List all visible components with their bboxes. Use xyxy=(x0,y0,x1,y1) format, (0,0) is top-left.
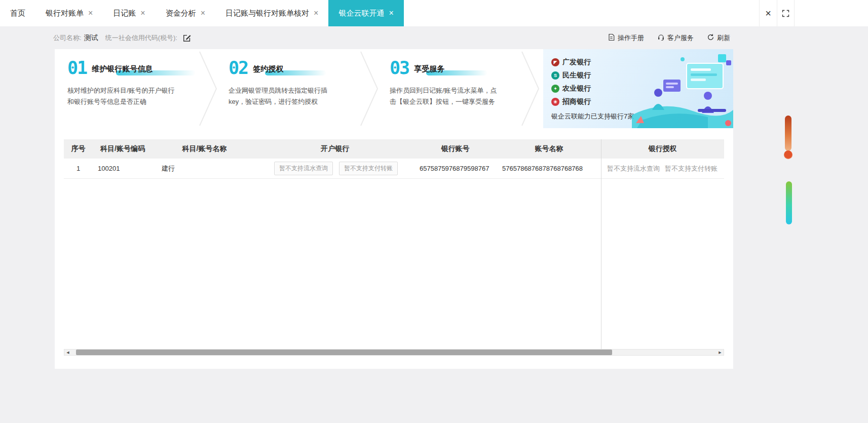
merchants-bank-icon: ❀ xyxy=(551,98,559,106)
accounts-table: 序号 科目/账号编码 科目/账号名称 开户银行 银行账号 账号名称 银行授权 1… xyxy=(64,139,724,356)
minsheng-bank-icon: S xyxy=(551,71,559,80)
scrollbar-track[interactable] xyxy=(71,350,716,355)
customer-service-button[interactable]: 客户服务 xyxy=(657,33,694,43)
step-3-description: 操作员回到日记账/账号流水菜单，点击【银企云联】按钮，一键享受服务 xyxy=(390,85,498,107)
tab-bank-statement[interactable]: 银行对账单 × xyxy=(35,0,103,26)
manual-icon xyxy=(608,33,615,43)
company-name-value: 测试 xyxy=(84,33,98,43)
column-header-bank-account: 银行账号 xyxy=(413,139,497,159)
main-panel: 01 维护银行账号信息 核对维护的对应科目/账号的开户银行和银行账号等信息是否正… xyxy=(55,49,733,369)
scroll-left-icon[interactable]: ◀ xyxy=(64,350,71,355)
tab-home[interactable]: 首页 xyxy=(0,0,35,26)
horizontal-scrollbar[interactable]: ◀ ▶ xyxy=(64,349,724,356)
cell-account-code: 100201 xyxy=(93,165,153,172)
tab-journal[interactable]: 日记账 × xyxy=(103,0,155,26)
tab-bank-cloud-link[interactable]: 银企云联开通 × xyxy=(328,0,403,26)
company-name-label: 公司名称: xyxy=(53,33,82,43)
step-separator-chevron xyxy=(521,49,540,128)
manual-label: 操作手册 xyxy=(618,33,644,43)
company-info: 公司名称: 测试 统一社会信用代码(税号): xyxy=(53,33,192,43)
sub-header: 公司名称: 测试 统一社会信用代码(税号): 操作手册 xyxy=(0,26,868,49)
refresh-icon xyxy=(707,33,714,43)
tab-label: 日记账 xyxy=(113,9,136,18)
table-empty-area xyxy=(64,179,724,349)
cell-bank-account: 6575875976879598767 xyxy=(413,165,497,172)
customer-service-label: 客户服务 xyxy=(667,33,694,43)
cell-bank-account-name: 5765786876878768768768 xyxy=(497,165,601,172)
tab-bar: 首页 银行对账单 × 日记账 × 资金分析 × 日记账与银行对账单核对 × 银企… xyxy=(0,0,868,26)
teamwork-illustration xyxy=(632,49,733,128)
step-separator-chevron xyxy=(360,49,379,128)
tab-label: 资金分析 xyxy=(166,9,196,18)
refresh-button[interactable]: 刷新 xyxy=(707,33,730,43)
bank-name: 农业银行 xyxy=(562,84,591,93)
step-1: 01 维护银行账号信息 核对维护的对应科目/账号的开户银行和银行账号等信息是否正… xyxy=(67,49,176,128)
step-1-description: 核对维护的对应科目/账号的开户银行和银行账号等信息是否正确 xyxy=(67,85,176,107)
close-all-icon[interactable]: × xyxy=(759,0,777,26)
step-2-number: 02 xyxy=(229,59,248,77)
step-3-number: 03 xyxy=(390,59,409,77)
column-header-bank-account-name: 账号名称 xyxy=(497,139,601,159)
auth-flow-query-text: 暂不支持流水查询 xyxy=(607,164,660,173)
tab-controls: × xyxy=(759,0,795,26)
column-header-account-code: 科目/账号编码 xyxy=(93,139,153,159)
manual-button[interactable]: 操作手册 xyxy=(608,33,644,43)
tab-close-icon[interactable]: × xyxy=(314,9,318,17)
fullscreen-icon[interactable] xyxy=(777,0,795,26)
tab-close-icon[interactable]: × xyxy=(140,9,145,17)
thermometer-indicator-green xyxy=(786,181,792,224)
headset-icon xyxy=(657,33,665,43)
guangfa-bank-icon: ◤ xyxy=(551,58,559,66)
column-header-bank-authorization: 银行授权 xyxy=(601,139,724,159)
tab-close-icon[interactable]: × xyxy=(201,9,205,17)
flow-query-unsupported-badge[interactable]: 暂不支持流水查询 xyxy=(274,162,333,175)
scrollbar-thumb[interactable] xyxy=(76,350,612,355)
tab-close-icon[interactable]: × xyxy=(88,9,93,17)
column-header-index: 序号 xyxy=(64,139,93,159)
agricultural-bank-icon: ✦ xyxy=(551,85,559,93)
step-3: 03 享受服务 操作员回到日记账/账号流水菜单，点击【银企云联】按钮，一键享受服… xyxy=(390,49,498,128)
cell-opening-bank: 暂不支持流水查询 暂不支持支付转账 xyxy=(256,162,413,175)
bank-name: 民生银行 xyxy=(562,71,591,80)
cell-index: 1 xyxy=(64,165,93,172)
onboarding-steps-row: 01 维护银行账号信息 核对维护的对应科目/账号的开户银行和银行账号等信息是否正… xyxy=(55,49,733,128)
tab-journal-bank-reconcile[interactable]: 日记账与银行对账单核对 × xyxy=(215,0,328,26)
supported-banks-panel: ◤ 广发银行 S 民生银行 ✦ 农业银行 ❀ 招商银行 银企云联能力已支持银行7… xyxy=(543,49,733,128)
edit-icon[interactable] xyxy=(182,33,192,43)
table-header-row: 序号 科目/账号编码 科目/账号名称 开户银行 银行账号 账号名称 银行授权 xyxy=(64,139,724,159)
tax-code-label: 统一社会信用代码(税号): xyxy=(105,33,177,43)
scroll-right-icon[interactable]: ▶ xyxy=(716,350,724,355)
tab-label: 首页 xyxy=(10,9,25,18)
cell-account-name: 建行 xyxy=(153,164,256,173)
bank-name: 广发银行 xyxy=(562,58,591,67)
bank-name: 招商银行 xyxy=(562,97,591,106)
tab-label: 日记账与银行对账单核对 xyxy=(225,9,309,18)
tab-close-icon[interactable]: × xyxy=(389,9,393,17)
header-actions: 操作手册 客户服务 刷新 xyxy=(608,33,730,43)
steps-section: 01 维护银行账号信息 核对维护的对应科目/账号的开户银行和银行账号等信息是否正… xyxy=(55,49,543,128)
step-2-title: 签约授权 xyxy=(253,64,283,74)
thermometer-indicator-orange xyxy=(785,116,791,151)
cell-bank-authorization: 暂不支持流水查询 暂不支持支付转账 xyxy=(601,164,724,173)
refresh-label: 刷新 xyxy=(717,33,730,43)
column-header-opening-bank: 开户银行 xyxy=(256,139,413,159)
step-3-title: 享受服务 xyxy=(414,64,444,74)
table-row[interactable]: 1 100201 建行 暂不支持流水查询 暂不支持支付转账 6575875976… xyxy=(64,159,724,179)
payment-transfer-unsupported-badge[interactable]: 暂不支持支付转账 xyxy=(339,162,398,175)
step-1-number: 01 xyxy=(67,59,87,77)
step-2: 02 签约授权 企业网银管理员跳转去指定银行插key，验证密码，进行签约授权 xyxy=(229,49,337,128)
fixed-column-divider xyxy=(601,139,601,349)
step-2-description: 企业网银管理员跳转去指定银行插key，验证密码，进行签约授权 xyxy=(229,85,337,107)
column-header-account-name: 科目/账号名称 xyxy=(153,139,256,159)
tab-label: 银企云联开通 xyxy=(338,9,384,18)
tab-fund-analysis[interactable]: 资金分析 × xyxy=(156,0,215,26)
tab-label: 银行对账单 xyxy=(46,9,84,18)
step-1-title: 维护银行账号信息 xyxy=(92,64,153,74)
step-separator-chevron xyxy=(199,49,217,128)
auth-payment-transfer-text: 暂不支持支付转账 xyxy=(665,164,718,173)
